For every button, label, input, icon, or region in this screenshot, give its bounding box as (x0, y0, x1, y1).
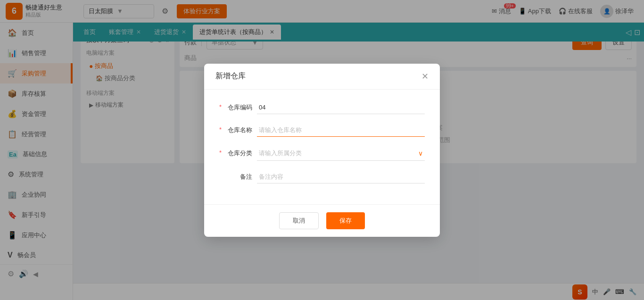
dialog-header: 新增仓库 ✕ (204, 64, 440, 90)
name-input[interactable] (257, 124, 425, 137)
notes-input[interactable] (257, 170, 425, 183)
notes-label: 备注 (219, 173, 257, 181)
dialog-close-button[interactable]: ✕ (421, 71, 429, 82)
form-row-category: 仓库分类 请输入所属分类 ∨ (219, 146, 425, 161)
code-input[interactable] (257, 101, 425, 114)
form-row-name: 仓库名称 (219, 124, 425, 137)
form-row-notes: 备注 (219, 170, 425, 183)
dialog-body: 仓库编码 仓库名称 仓库分类 请输入所属分类 ∨ 备注 (204, 90, 440, 188)
category-select[interactable]: 请输入所属分类 ∨ (257, 146, 425, 161)
name-label: 仓库名称 (219, 126, 257, 134)
category-placeholder: 请输入所属分类 (259, 149, 302, 158)
new-warehouse-dialog: 新增仓库 ✕ 仓库编码 仓库名称 仓库分类 请输入所属分类 ∨ (204, 64, 440, 188)
category-arrow-icon: ∨ (418, 150, 423, 157)
category-label: 仓库分类 (219, 149, 257, 158)
form-row-code: 仓库编码 (219, 101, 425, 114)
dialog-title: 新增仓库 (215, 71, 246, 81)
code-label: 仓库编码 (219, 103, 257, 112)
modal-overlay: 新增仓库 ✕ 仓库编码 仓库名称 仓库分类 请输入所属分类 ∨ (0, 0, 644, 188)
